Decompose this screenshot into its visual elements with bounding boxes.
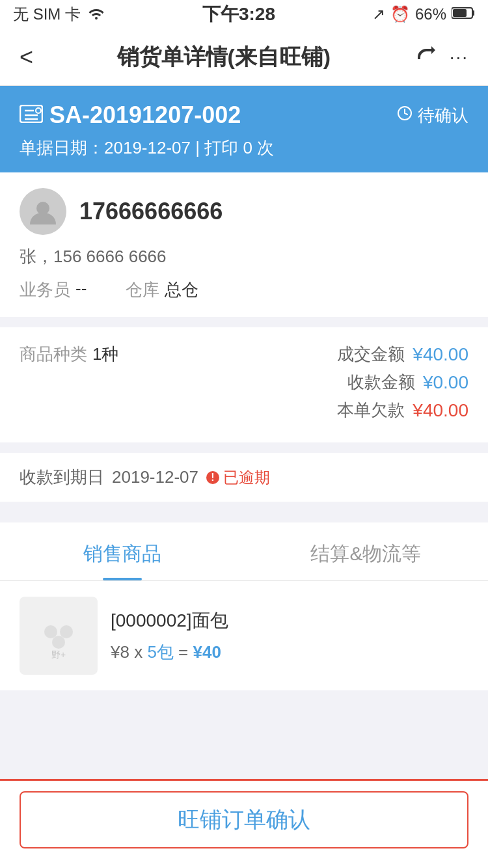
tabs-container: 销售商品 结算&物流等 bbox=[0, 522, 488, 581]
confirm-order-button[interactable]: 旺铺订单确认 bbox=[20, 791, 468, 848]
customer-name: 张，156 6666 6666 bbox=[20, 245, 468, 268]
nav-actions: ··· bbox=[414, 44, 468, 71]
tab-sales-product[interactable]: 销售商品 bbox=[0, 522, 244, 580]
amount-value-2: ¥40.00 bbox=[413, 400, 468, 421]
nav-bar: < 销货单详情(来自旺铺) ··· bbox=[0, 29, 488, 86]
svg-text:野+: 野+ bbox=[51, 649, 66, 660]
due-date-value: 2019-12-07 bbox=[112, 467, 198, 487]
divider-3 bbox=[0, 502, 488, 512]
alarm-icon: ⏰ bbox=[390, 5, 410, 23]
divider-1 bbox=[0, 317, 488, 327]
summary-amounts: 成交金额 ¥40.00 收款金额 ¥0.00 本单欠款 ¥40.00 bbox=[337, 343, 468, 422]
product-info: [0000002]面包 ¥8 x 5包 = ¥40 bbox=[111, 608, 468, 664]
warehouse-label: 仓库 bbox=[126, 278, 159, 301]
customer-card: 17666666666 张，156 6666 6666 业务员 -- 仓库 总仓 bbox=[0, 172, 488, 317]
amount-label-2: 本单欠款 bbox=[337, 399, 405, 422]
product-thumbnail: 野+ bbox=[20, 597, 98, 675]
order-icon bbox=[20, 102, 43, 129]
category-label: 商品种类 bbox=[20, 343, 87, 366]
wifi-icon bbox=[87, 5, 105, 23]
status-bar: 无 SIM 卡 下午3:28 ↗ ⏰ 66% bbox=[0, 0, 488, 29]
page-title: 销货单详情(来自旺铺) bbox=[117, 42, 331, 72]
svg-point-10 bbox=[44, 625, 57, 638]
overdue-text: 已逾期 bbox=[223, 467, 270, 488]
overdue-icon: ! bbox=[206, 471, 219, 484]
order-id: SA-20191207-002 bbox=[20, 102, 241, 129]
category-value: 1种 bbox=[92, 343, 118, 366]
due-date-card: 收款到期日 2019-12-07 ! 已逾期 bbox=[0, 453, 488, 502]
price-total: ¥40 bbox=[193, 642, 221, 662]
due-date-label: 收款到期日 bbox=[20, 466, 104, 489]
svg-point-4 bbox=[36, 108, 41, 113]
back-button[interactable]: < bbox=[20, 44, 33, 71]
price-text: ¥8 x bbox=[111, 642, 142, 662]
salesperson-value: -- bbox=[75, 278, 87, 301]
share-button[interactable] bbox=[414, 44, 437, 71]
amount-label-1: 收款金额 bbox=[347, 371, 415, 394]
avatar bbox=[20, 188, 66, 235]
carrier-label: 无 SIM 卡 bbox=[13, 4, 81, 25]
customer-phone: 17666666666 bbox=[79, 198, 223, 225]
salesperson-label: 业务员 bbox=[20, 278, 70, 301]
svg-rect-1 bbox=[472, 10, 474, 16]
battery-label: 66% bbox=[415, 5, 446, 23]
tab-settlement[interactable]: 结算&物流等 bbox=[244, 522, 488, 580]
customer-meta: 业务员 -- 仓库 总仓 bbox=[20, 278, 468, 301]
amount-value-1: ¥0.00 bbox=[423, 372, 468, 393]
amount-label-0: 成交金额 bbox=[337, 343, 405, 366]
svg-point-11 bbox=[60, 625, 73, 638]
battery-icon bbox=[452, 5, 475, 23]
product-list: 野+ [0000002]面包 ¥8 x 5包 = ¥40 bbox=[0, 581, 488, 690]
summary-card: 商品种类 1种 成交金额 ¥40.00 收款金额 ¥0.00 本单欠款 ¥40.… bbox=[0, 327, 488, 442]
clock-icon bbox=[397, 105, 413, 126]
more-button[interactable]: ··· bbox=[450, 47, 468, 68]
product-price: ¥8 x 5包 = ¥40 bbox=[111, 641, 468, 664]
price-qty: 5包 bbox=[147, 642, 173, 662]
equals-sign: = bbox=[178, 642, 188, 662]
status-left: 无 SIM 卡 bbox=[13, 4, 105, 25]
product-name: [0000002]面包 bbox=[111, 608, 468, 633]
order-status: 待确认 bbox=[397, 104, 468, 127]
status-time: 下午3:28 bbox=[202, 2, 275, 27]
bottom-bar: 旺铺订单确认 bbox=[0, 779, 488, 868]
svg-rect-2 bbox=[453, 9, 467, 17]
status-right: ↗ ⏰ 66% bbox=[372, 5, 475, 23]
order-date: 单据日期：2019-12-07 | 打印 0 次 bbox=[20, 137, 468, 159]
warehouse-value: 总仓 bbox=[165, 278, 198, 301]
amount-value-0: ¥40.00 bbox=[413, 344, 468, 365]
svg-point-12 bbox=[52, 636, 65, 649]
overdue-badge: ! 已逾期 bbox=[206, 467, 270, 488]
location-icon: ↗ bbox=[372, 5, 385, 23]
product-item: 野+ [0000002]面包 ¥8 x 5包 = ¥40 bbox=[20, 597, 468, 675]
divider-2 bbox=[0, 442, 488, 453]
order-header: SA-20191207-002 待确认 单据日期：2019-12-07 | 打印… bbox=[0, 86, 488, 172]
